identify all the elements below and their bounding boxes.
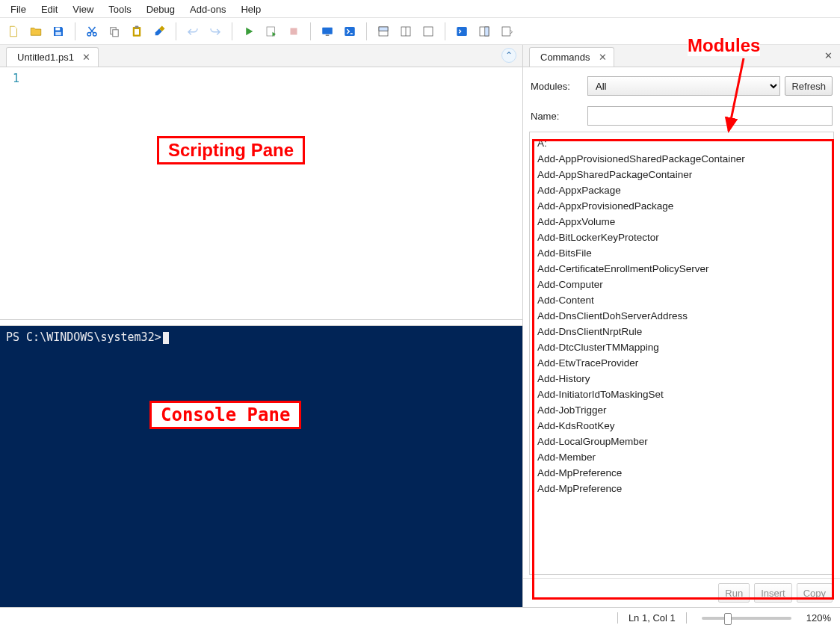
run-button[interactable]: Run [718,583,750,603]
close-addon-pane-icon[interactable]: ✕ [822,49,834,61]
show-script-top-icon[interactable] [373,21,394,42]
copy-button[interactable]: Copy [797,583,833,603]
refresh-button[interactable]: Refresh [785,76,833,96]
svg-rect-23 [502,27,510,36]
svg-rect-8 [135,25,139,28]
powershell-icon[interactable] [339,21,360,42]
svg-rect-0 [55,27,60,30]
svg-rect-12 [326,34,330,36]
console-pane[interactable]: PS C:\WINDOWS\system32> Console Pane [0,326,522,607]
command-list[interactable]: A:Add-AppProvisionedSharedPackageContain… [530,132,833,574]
command-list-item[interactable]: A: [531,135,832,151]
expand-script-pane-icon[interactable]: ⌃ [501,48,516,63]
command-list-item[interactable]: Add-DtcClusterTMMapping [531,339,832,355]
insert-button[interactable]: Insert [754,583,792,603]
command-list-item[interactable]: Add-BitsFile [531,245,832,261]
command-list-item[interactable]: Add-AppSharedPackageContainer [531,167,832,182]
copy-icon[interactable] [104,21,125,42]
stop-icon[interactable] [283,21,304,42]
status-bar: Ln 1, Col 1 120% [0,607,840,628]
menu-help[interactable]: Help [233,2,268,16]
command-list-item[interactable]: Add-Content [531,292,832,308]
show-script-max-icon[interactable] [418,21,439,42]
annotation-modules: Modules [688,35,760,56]
script-tab[interactable]: Untitled1.ps1 ✕ [6,47,99,67]
command-list-item[interactable]: Add-AppxProvisionedPackage [531,198,832,214]
command-list-item[interactable]: Add-BitLockerKeyProtector [531,230,832,245]
svg-rect-7 [135,29,139,35]
zoom-slider[interactable] [702,617,791,620]
command-list-item[interactable]: Add-AppxVolume [531,214,832,230]
name-filter-input[interactable] [587,106,833,126]
svg-rect-22 [485,27,489,36]
close-tab-icon[interactable]: ✕ [81,52,92,63]
command-list-item[interactable]: Add-Member [531,449,832,465]
clear-icon[interactable] [149,21,170,42]
zoom-level: 120% [806,612,831,624]
menu-file[interactable]: File [3,2,34,16]
script-tabstrip: Untitled1.ps1 ✕ ⌃ [0,45,522,67]
menu-edit[interactable]: Edit [34,2,65,16]
commands-tab[interactable]: Commands ✕ [529,47,614,67]
command-list-item[interactable]: Add-CertificateEnrollmentPolicyServer [531,261,832,277]
annotation-console-pane: Console Pane [149,401,301,429]
undo-icon[interactable] [182,21,203,42]
run-icon[interactable] [238,21,259,42]
command-list-item[interactable]: Add-LocalGroupMember [531,434,832,449]
remote-icon[interactable] [317,21,338,42]
commands-addon-pane: Commands ✕ ✕ Modules: All Refresh Name: … [523,45,840,607]
line-gutter: 1 [0,67,27,319]
command-list-item[interactable]: Add-JobTrigger [531,402,832,418]
command-list-item[interactable]: Add-AppProvisionedSharedPackageContainer [531,151,832,167]
command-list-item[interactable]: Add-MpPreference [531,465,832,481]
open-file-icon[interactable] [25,21,46,42]
commands-tab-label: Commands [540,52,590,63]
cut-icon[interactable] [81,21,102,42]
svg-rect-16 [379,27,388,31]
paste-icon[interactable] [126,21,147,42]
show-addon-icon[interactable] [474,21,495,42]
run-selection-icon[interactable] [261,21,282,42]
command-list-item[interactable]: Add-InitiatorIdToMaskingSet [531,387,832,402]
svg-rect-10 [291,28,297,34]
command-list-item[interactable]: Add-Computer [531,277,832,292]
svg-rect-11 [322,27,333,34]
redo-icon[interactable] [205,21,226,42]
menu-view[interactable]: View [65,2,101,16]
show-command-icon[interactable] [451,21,472,42]
script-editor[interactable]: 1 Scripting Pane [0,67,522,319]
svg-rect-19 [424,27,433,36]
menu-bar: File Edit View Tools Debug Add-ons Help [0,0,840,18]
show-script-right-icon[interactable] [395,21,416,42]
command-list-item[interactable]: Add-DnsClientNrptRule [531,324,832,339]
close-commands-tab-icon[interactable]: ✕ [597,52,608,63]
addon-options-icon[interactable] [496,21,517,42]
menu-addons[interactable]: Add-ons [182,2,233,16]
command-list-item[interactable]: Add-History [531,371,832,387]
annotation-scripting-pane: Scripting Pane [157,136,305,164]
console-prompt: PS C:\WINDOWS\system32> [6,330,161,344]
command-list-item[interactable]: Add-EtwTraceProvider [531,355,832,371]
command-list-item[interactable]: Add-DnsClientDohServerAddress [531,308,832,324]
script-tab-label: Untitled1.ps1 [17,52,74,63]
command-list-item[interactable]: Add-AppxPackage [531,182,832,198]
save-icon[interactable] [48,21,69,42]
name-label: Name: [531,111,583,122]
command-list-item[interactable]: Add-MpPreference [531,481,832,496]
svg-rect-20 [457,27,467,36]
svg-rect-5 [113,29,119,36]
menu-debug[interactable]: Debug [139,2,182,16]
svg-rect-1 [55,31,61,35]
new-file-icon[interactable] [3,21,24,42]
menu-tools[interactable]: Tools [101,2,138,16]
cursor-position: Ln 1, Col 1 [617,612,687,624]
modules-label: Modules: [531,81,583,92]
modules-dropdown[interactable]: All [587,76,780,96]
command-list-item[interactable]: Add-KdsRootKey [531,418,832,434]
